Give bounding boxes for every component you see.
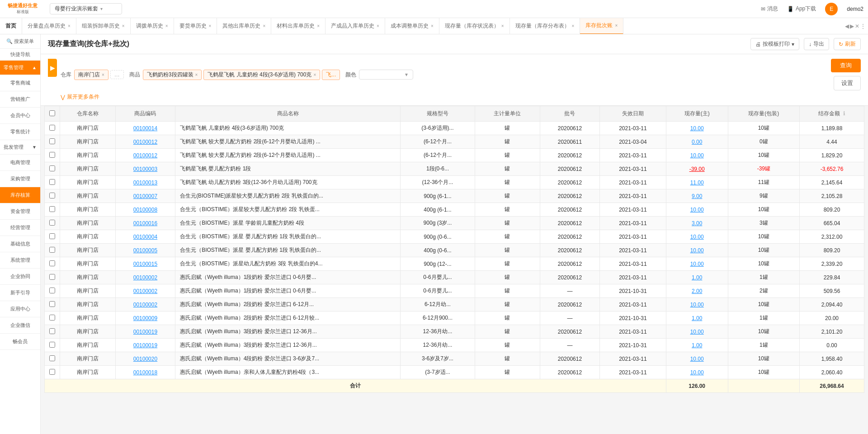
sidebar-item-retail-shop[interactable]: 零售商城 xyxy=(0,75,40,91)
tab-close-fenbiao[interactable]: × xyxy=(572,24,575,28)
code-link[interactable]: 00100016 xyxy=(133,220,157,226)
query-button[interactable]: 查询 xyxy=(831,59,861,72)
sidebar-item-wholesale[interactable]: 批发管理 ▼ xyxy=(0,140,40,155)
sidebar-item-inventory[interactable]: 库存核算 xyxy=(0,187,40,203)
col-check[interactable] xyxy=(45,106,60,122)
tab-close-yaohuo[interactable]: × xyxy=(209,24,212,28)
sidebar-item-appstore[interactable]: 应用中心 xyxy=(0,301,40,317)
code-link[interactable]: 00100020 xyxy=(133,356,157,362)
expand-more-btn[interactable]: ⋁ 展开更多条件 xyxy=(61,93,861,101)
color-dropdown-icon[interactable]: ▾ xyxy=(405,71,408,78)
row-check[interactable] xyxy=(45,149,60,162)
code-link[interactable]: 00100018 xyxy=(133,369,157,376)
code-link[interactable]: 00100013 xyxy=(133,179,157,186)
tab-fenbiao[interactable]: 现存量（库存分布表） × xyxy=(510,18,580,34)
product-more-btn[interactable]: 飞... xyxy=(322,70,340,80)
app-download-btn[interactable]: 📱 App下载 xyxy=(787,5,816,13)
product-tag-2-remove[interactable]: × xyxy=(313,72,316,77)
row-check[interactable] xyxy=(45,189,60,203)
refresh-button[interactable]: ↻ 刷新 xyxy=(834,38,861,50)
sidebar-item-wechat[interactable]: 企业微信 xyxy=(0,317,40,334)
code-link[interactable]: 00100003 xyxy=(133,166,157,172)
warehouse-tag-1[interactable]: 南岸门店 × xyxy=(74,70,108,80)
sidebar-item-retail-mgmt[interactable]: 零售管理 ▲ xyxy=(0,61,40,75)
row-check[interactable] xyxy=(45,244,60,257)
sidebar-item-vip[interactable]: 畅会员 xyxy=(0,334,40,350)
row-check[interactable] xyxy=(45,311,60,325)
sidebar-item-guide[interactable]: 新手引导 xyxy=(0,285,40,301)
sidebar-item-purchase[interactable]: 采购管理 xyxy=(0,171,40,187)
code-link[interactable]: 00100002 xyxy=(133,302,157,308)
row-check[interactable] xyxy=(45,298,60,311)
sidebar-item-system[interactable]: 系统管理 xyxy=(0,252,40,269)
row-check[interactable] xyxy=(45,122,60,135)
tab-nav-more[interactable]: ⋮ xyxy=(860,23,866,29)
code-link[interactable]: 00100007 xyxy=(133,193,157,199)
row-check[interactable] xyxy=(45,339,60,352)
sidebar-item-operations[interactable]: 经营管理 xyxy=(0,220,40,236)
code-link[interactable]: 00100019 xyxy=(133,329,157,335)
code-link[interactable]: 00100014 xyxy=(133,125,157,132)
sidebar-item-finance[interactable]: 资金管理 xyxy=(0,203,40,220)
amount-info-icon[interactable]: ℹ xyxy=(843,110,845,117)
code-link[interactable]: 00100012 xyxy=(133,139,157,145)
sidebar-item-basic-info[interactable]: 基础信息 xyxy=(0,236,40,252)
tab-chengben[interactable]: 成本调整单历史 × xyxy=(385,18,439,34)
sidebar-item-marketing[interactable]: 营销推广 xyxy=(0,91,40,108)
warehouse-more-btn[interactable]: … xyxy=(110,70,124,79)
tab-chuku[interactable]: 其他出库单历史 × xyxy=(217,18,271,34)
tab-close-fenpan[interactable]: × xyxy=(68,24,71,28)
tab-close-kuzhuang[interactable]: × xyxy=(501,24,504,28)
quick-nav[interactable]: 快捷导航 xyxy=(0,49,40,61)
export-button[interactable]: ↓ 导出 xyxy=(804,38,829,50)
row-check[interactable] xyxy=(45,284,60,298)
product-tag-2[interactable]: 飞鹤星飞帆 儿童奶粉 4段(3-6岁适用) 700克 × xyxy=(203,70,320,80)
tab-close-pici[interactable]: × xyxy=(615,23,618,28)
tab-home[interactable]: 首页 xyxy=(0,18,22,34)
product-tag-1[interactable]: 飞鹤奶粉3段四罐装 × xyxy=(143,70,202,80)
code-link[interactable]: 00100008 xyxy=(133,207,157,213)
row-check[interactable] xyxy=(45,257,60,271)
code-link[interactable]: 00100002 xyxy=(133,288,157,294)
tab-chengpin[interactable]: 产成品入库单历史 × xyxy=(326,18,385,34)
filter-expand-button[interactable]: ▶ xyxy=(48,59,57,77)
tab-diaopo[interactable]: 调拨单历史 × xyxy=(131,18,174,34)
tab-close-chengben[interactable]: × xyxy=(431,24,434,28)
setting-button[interactable]: 设置 xyxy=(834,76,861,90)
tab-nav-prev[interactable]: ◀ xyxy=(845,23,849,29)
sidebar-item-member[interactable]: 会员中心 xyxy=(0,108,40,124)
code-link[interactable]: 00100005 xyxy=(133,247,157,254)
sidebar-item-ecommerce[interactable]: 电商管理 xyxy=(0,155,40,171)
warehouse-tag-remove[interactable]: × xyxy=(102,72,104,77)
search-menu[interactable]: 🔍 搜索菜单 xyxy=(0,34,40,49)
tab-pici[interactable]: 库存批次账 × xyxy=(580,18,623,34)
code-link[interactable]: 00100002 xyxy=(133,274,157,281)
tab-close-zuzhuang[interactable]: × xyxy=(122,24,125,28)
tab-zuzhuang[interactable]: 组装拆卸单历史 × xyxy=(76,18,131,34)
row-check[interactable] xyxy=(45,230,60,244)
tab-close-chuku[interactable]: × xyxy=(263,24,265,28)
tab-fenpan[interactable]: 分量盘点单历史 × xyxy=(22,18,76,34)
product-tag-1-remove[interactable]: × xyxy=(195,72,198,77)
code-link[interactable]: 00100012 xyxy=(133,152,157,159)
message-btn[interactable]: ✉ 消息 xyxy=(761,5,778,13)
code-link[interactable]: 00100009 xyxy=(133,315,157,321)
tabs-nav[interactable]: ◀ ▶ ✕ ⋮ xyxy=(843,23,868,29)
row-check[interactable] xyxy=(45,366,60,379)
row-check[interactable] xyxy=(45,176,60,189)
row-check[interactable] xyxy=(45,135,60,149)
tab-nav-next[interactable]: ▶ xyxy=(850,23,854,29)
sidebar-item-collab[interactable]: 企业协同 xyxy=(0,269,40,285)
tab-yaohuo[interactable]: 要货单历史 × xyxy=(174,18,217,34)
tab-cailiao[interactable]: 材料出库单历史 × xyxy=(271,18,326,34)
tab-close-diaopo[interactable]: × xyxy=(165,24,168,28)
sidebar-item-retail-stats[interactable]: 零售统计 xyxy=(0,124,40,140)
template-print-button[interactable]: 🖨 按模板打印 ▾ xyxy=(750,38,799,50)
tab-close-chengpin[interactable]: × xyxy=(377,24,379,28)
row-check[interactable] xyxy=(45,271,60,284)
code-link[interactable]: 00100015 xyxy=(133,261,157,267)
select-all-checkbox[interactable] xyxy=(49,110,55,116)
tab-kuzhuang[interactable]: 现存量（库存状况表） × xyxy=(439,18,510,34)
row-check[interactable] xyxy=(45,203,60,217)
row-check[interactable] xyxy=(45,162,60,176)
